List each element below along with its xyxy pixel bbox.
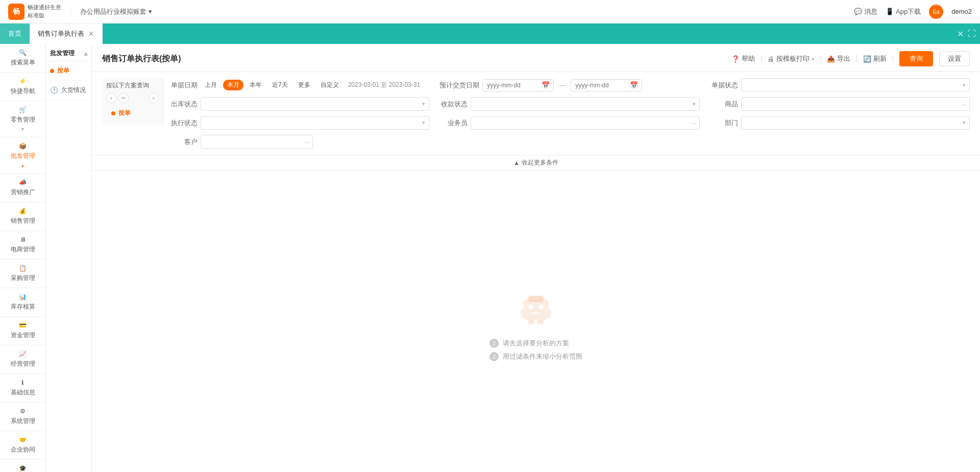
message-btn[interactable]: 💬 消息 — [854, 7, 877, 16]
sidebar-item-operation[interactable]: 📈 经营管理 — [0, 345, 45, 374]
sidebar-item-corp[interactable]: 🤝 企业协同 — [0, 431, 45, 460]
payment-status-select[interactable] — [471, 97, 699, 111]
retail-icon: 🛒 — [19, 106, 27, 113]
sidebar-item-inventory[interactable]: 📊 库存核算 — [0, 288, 45, 317]
salesman-input[interactable] — [471, 116, 699, 130]
scheme-collapse-btn[interactable]: « — [149, 93, 159, 103]
empty-step-1: 1 请先选择要分析的方案 — [489, 339, 582, 348]
sidebar-item-marketing[interactable]: 📣 营销推广 — [0, 174, 45, 202]
date-tab-more[interactable]: 更多 — [294, 80, 314, 90]
expected-date-from-wrapper: 📅 — [482, 79, 554, 91]
print-btn[interactable]: 🖨 按模板打印 ▾ — [768, 54, 814, 63]
filter-row-1: 单据日期 上月 本月 本年 近7天 更多 自定义 2023-03-01 至 20… — [169, 78, 970, 92]
sidebar-item-ecommerce[interactable]: 🖥 电商管理 — [0, 231, 45, 259]
sidebar-item-system[interactable]: ⚙ 系统管理 — [0, 403, 45, 431]
scheme-list-item-0[interactable]: 按单 — [106, 105, 159, 122]
delivery-status-select[interactable] — [201, 97, 429, 111]
exec-status-select-wrapper — [201, 116, 429, 130]
dept-select-wrapper — [741, 116, 970, 130]
tab-close-all-icon[interactable]: ✕ — [957, 29, 964, 39]
scheme-panel-label: 按以下方案查询 — [106, 81, 149, 90]
credit-icon: 🕐 — [50, 86, 58, 94]
avatar[interactable]: Ea — [929, 5, 943, 19]
date-tab-last-month[interactable]: 上月 — [201, 80, 221, 90]
refresh-label: 刷新 — [873, 54, 887, 63]
date-tab-custom[interactable]: 自定义 — [316, 80, 343, 90]
app-download-btn[interactable]: 📱 App下载 — [886, 7, 921, 16]
logo-area: 畅 畅捷通好生意 标准版 — [8, 4, 61, 20]
sidebar-item-newbie[interactable]: 🎓 新手引导 — [0, 460, 45, 472]
header-right: 💬 消息 📱 App下载 Ea demo2 — [854, 5, 972, 19]
sidebar-operation-label: 经营管理 — [11, 360, 35, 368]
header-left: 畅 畅捷通好生意 标准版 办公用品行业模拟账套 ▾ — [8, 4, 152, 20]
sidebar-item-purchase[interactable]: 📋 采购管理 — [0, 259, 45, 288]
page-header: 销售订单执行表(按单) ❓ 帮助 🖨 按模板打印 ▾ 📤 导出 — [92, 44, 980, 72]
sidebar-item-sales[interactable]: 💰 销售管理 — [0, 202, 45, 231]
page-header-actions: ❓ 帮助 🖨 按模板打印 ▾ 📤 导出 🔄 刷新 — [731, 51, 970, 66]
sidebar-item-quick-nav[interactable]: ⚡ 快捷导航 — [0, 73, 45, 101]
sub-sidebar-item-sales-order[interactable]: 按单 — [46, 61, 91, 81]
action-divider-1 — [761, 55, 762, 62]
settings-button[interactable]: 设置 — [939, 51, 970, 66]
customer-filter: 客户 ··· — [169, 135, 313, 149]
header-nav[interactable]: 办公用品行业模拟账套 ▾ — [80, 7, 152, 16]
sub-sidebar-item-credit[interactable]: 🕐 欠货情况 — [46, 81, 91, 100]
wholesale-icon: 📦 — [19, 143, 27, 150]
tab-home[interactable]: 首页 — [0, 23, 30, 44]
svg-rect-5 — [521, 310, 524, 318]
sidebar-item-search[interactable]: 🔍 搜索菜单 — [0, 44, 45, 73]
refresh-btn[interactable]: 🔄 刷新 — [863, 54, 887, 63]
goods-input[interactable] — [741, 97, 970, 111]
goods-dots-icon[interactable]: ··· — [961, 100, 967, 108]
scheme-collapse-icon: « — [152, 95, 155, 101]
content-area: 销售订单执行表(按单) ❓ 帮助 🖨 按模板打印 ▾ 📤 导出 — [92, 44, 980, 472]
date-tab-this-month[interactable]: 本月 — [223, 80, 243, 90]
expected-date-from-input[interactable] — [482, 79, 554, 91]
scheme-add-icon: + — [110, 95, 113, 101]
date-label: 单据日期 — [169, 81, 198, 90]
quick-nav-icon: ⚡ — [19, 78, 27, 85]
help-label: 帮助 — [742, 54, 755, 63]
exec-status-select[interactable] — [201, 116, 429, 130]
tab-sales-order-label: 销售订单执行表 — [38, 29, 84, 38]
sidebar-item-finance[interactable]: 💳 资金管理 — [0, 317, 45, 345]
newbie-icon: 🎓 — [19, 465, 27, 472]
filter-main-section: 按以下方案查询 + ✏ « — [102, 78, 970, 149]
export-btn[interactable]: 📤 导出 — [827, 54, 850, 63]
finance-icon: 💳 — [19, 322, 27, 329]
dept-select[interactable] — [741, 116, 970, 130]
scheme-add-btn[interactable]: + — [106, 93, 116, 103]
message-label: 消息 — [864, 7, 877, 16]
date-tab-this-year[interactable]: 本年 — [246, 80, 266, 90]
tab-expand-icon[interactable]: ⛶ — [968, 29, 976, 38]
expected-date-to-input[interactable] — [571, 79, 642, 91]
tab-bar: 首页 销售订单执行表 ✕ ✕ ⛶ — [0, 23, 980, 44]
help-btn[interactable]: ❓ 帮助 — [731, 54, 755, 63]
delivery-status-select-wrapper — [201, 97, 429, 111]
sidebar-item-retail[interactable]: 🛒 零售管理 ▾ — [0, 101, 45, 137]
salesman-input-wrapper: ··· — [471, 116, 699, 130]
svg-rect-4 — [531, 312, 541, 314]
print-icon: 🖨 — [768, 55, 774, 63]
svg-point-2 — [528, 304, 533, 310]
status-select[interactable] — [741, 78, 970, 92]
salesman-dots-icon[interactable]: ··· — [691, 119, 697, 127]
customer-input[interactable] — [201, 135, 313, 149]
action-divider-2 — [820, 55, 821, 62]
scheme-edit-btn[interactable]: ✏ — [118, 93, 129, 103]
sidebar-item-wholesale[interactable]: 📦 批发管理 ▴ — [0, 137, 45, 174]
tab-sales-order[interactable]: 销售订单执行表 ✕ — [30, 23, 103, 44]
date-tab-last7[interactable]: 近7天 — [268, 80, 292, 90]
sidebar-item-basic[interactable]: ℹ 基础信息 — [0, 374, 45, 403]
step-2-num: 2 — [489, 352, 499, 361]
salesman-label: 业务员 — [439, 119, 468, 128]
filter-row-4: 客户 ··· — [169, 135, 970, 149]
collapse-bar[interactable]: ▲ 收起更多条件 — [92, 155, 980, 171]
customer-dots-icon[interactable]: ··· — [304, 138, 310, 146]
user-name: demo2 — [951, 8, 972, 15]
query-button[interactable]: 查询 — [899, 51, 933, 66]
sub-sidebar-arrow-icon: ▴ — [84, 50, 87, 57]
tab-close-icon[interactable]: ✕ — [88, 30, 94, 38]
svg-rect-7 — [528, 320, 534, 324]
customer-label: 客户 — [169, 137, 198, 147]
